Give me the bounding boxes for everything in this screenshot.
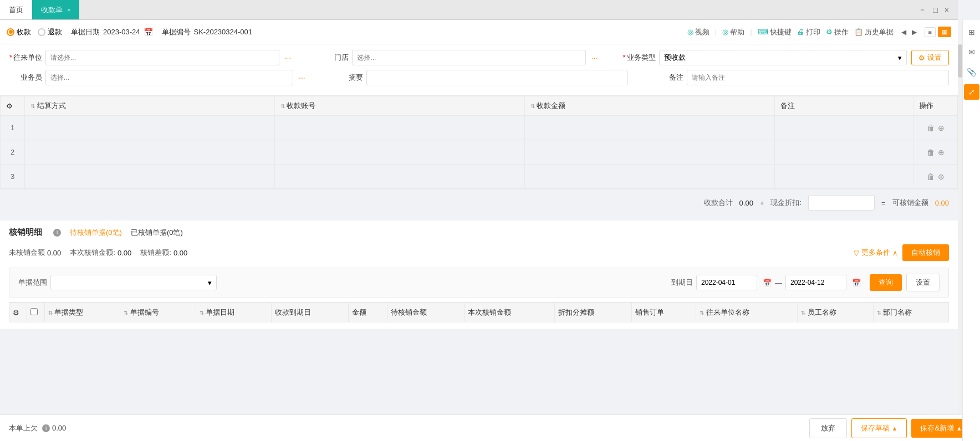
abandon-btn[interactable]: 放弃 — [809, 418, 847, 438]
radio-tuikuan-circle — [38, 28, 45, 36]
sidebar-clip-icon[interactable]: 📎 — [964, 64, 979, 80]
col-action-header: 操作 — [913, 96, 958, 116]
staff-input[interactable] — [45, 70, 293, 85]
table-settings-icon-2[interactable]: ⚙ — [13, 309, 19, 317]
pending-tab[interactable]: 待核销单据(0笔) — [70, 228, 122, 238]
store-more-btn[interactable]: ··· — [589, 53, 600, 62]
tab-home[interactable]: 首页 — [0, 0, 32, 19]
verification-section: 核销明细 i 待核销单据(0笔) 已核销单据(0笔) 未核销金额 0.00 本次… — [0, 221, 958, 329]
account-cell-2[interactable] — [274, 140, 524, 165]
discount-input[interactable] — [808, 195, 875, 211]
view-grid[interactable]: ▦ — [938, 27, 951, 37]
search-settings-btn[interactable]: 设置 — [906, 274, 940, 291]
settle-cell-2[interactable] — [25, 140, 275, 165]
note-cell-2[interactable] — [774, 140, 913, 165]
note-input[interactable] — [687, 70, 949, 85]
radio-shoukuan[interactable]: 收款 — [7, 27, 31, 37]
shortcut-action[interactable]: ⌨ 快捷键 — [758, 27, 792, 37]
done-tab[interactable]: 已核销单据(0笔) — [131, 228, 183, 238]
save-new-btn[interactable]: 保存&新增 ▲ — [911, 419, 958, 438]
table-section: ⚙ ⇅ 结算方式 ⇅ 收款账号 ⇅ 收款金额 备注 — [0, 96, 958, 189]
cal-to-icon[interactable]: 📅 — [852, 279, 861, 287]
bottom-info-icon[interactable]: i — [42, 424, 50, 432]
amount-cell-2[interactable] — [524, 140, 774, 165]
auto-verify-btn[interactable]: 自动核销 — [902, 244, 949, 261]
account-cell-1[interactable] — [274, 116, 524, 140]
table-row: 2 🗑 ⊕ — [1, 140, 958, 165]
more-conditions-btn[interactable]: ▽ 更多条件 ∧ — [854, 248, 898, 258]
minimize-btn[interactable]: － — [918, 5, 926, 15]
delete-icon-1[interactable]: 🗑 — [927, 124, 935, 132]
account-cell-3[interactable] — [274, 165, 524, 189]
col-partner-name: ⇅ 往来单位名称 — [696, 303, 798, 322]
history-icon: 📋 — [854, 28, 863, 36]
sort-icon: ⇅ — [280, 103, 285, 109]
operate-label: 操作 — [834, 27, 849, 37]
maximize-btn[interactable]: □ — [933, 6, 937, 14]
radio-shoukuan-circle — [7, 28, 14, 36]
col-account-header: ⇅ 收款账号 — [274, 96, 524, 116]
col-pending: 待核销金额 — [387, 303, 465, 322]
equals-sign: = — [881, 199, 886, 207]
tab-active[interactable]: 收款单 × — [32, 0, 79, 19]
delete-icon-2[interactable]: 🗑 — [927, 148, 935, 157]
amount-cell-3[interactable] — [524, 165, 774, 189]
note-label: 备注 — [650, 73, 683, 83]
settings-button[interactable]: ⚙ 设置 — [911, 50, 949, 65]
cal-from-icon[interactable]: 📅 — [763, 279, 772, 287]
date-from-input[interactable] — [696, 275, 757, 290]
copy-icon-2[interactable]: ⊕ — [938, 148, 945, 157]
staff-more-btn[interactable]: ··· — [297, 73, 308, 82]
settle-cell-1[interactable] — [25, 116, 275, 140]
table-row: 3 🗑 ⊕ — [1, 165, 958, 189]
check-all[interactable] — [30, 308, 38, 315]
date-to-input[interactable] — [785, 275, 846, 290]
history-action[interactable]: 📋 历史单据 — [854, 27, 894, 37]
bottom-bar: 本单上欠 i 0.00 放弃 保存草稿 ▲ 保存&新增 ▲ — [0, 414, 958, 441]
col-settings-header: ⚙ — [1, 96, 25, 116]
sidebar-table-icon[interactable]: ⊞ — [964, 24, 979, 40]
settle-cell-3[interactable] — [25, 165, 275, 189]
available-label: 可核销金额 — [892, 198, 928, 208]
summary-input[interactable] — [366, 70, 629, 85]
chevron-up-icon: ∧ — [892, 249, 898, 257]
total-label: 收款合计 — [704, 198, 733, 208]
video-action[interactable]: ◎ 视频 — [687, 27, 710, 37]
table-settings-icon[interactable]: ⚙ — [6, 102, 13, 110]
close-btn[interactable]: × — [945, 6, 949, 14]
scroll-thumb[interactable] — [958, 44, 962, 78]
sidebar-expand-icon[interactable]: ⤢ — [964, 84, 979, 100]
due-label: 到期日 — [671, 278, 693, 288]
unverified-stat: 未核销金额 0.00 — [9, 248, 61, 258]
current-stat: 本次核销金额: 0.00 — [70, 248, 131, 258]
radio-tuikuan[interactable]: 退款 — [38, 27, 62, 37]
copy-icon-3[interactable]: ⊕ — [938, 172, 945, 181]
total-value: 0.00 — [739, 199, 753, 207]
query-btn[interactable]: 查询 — [870, 274, 902, 291]
sidebar-mail-icon[interactable]: ✉ — [964, 44, 979, 60]
col-due-date: 收款到期日 — [272, 303, 349, 322]
print-action[interactable]: 🖨 打印 — [797, 27, 820, 37]
tab-close-icon[interactable]: × — [67, 7, 70, 13]
business-type-select[interactable]: 预收款 ▾ — [659, 50, 907, 65]
note-cell-3[interactable] — [774, 165, 913, 189]
view-list[interactable]: ≡ — [925, 27, 936, 37]
scroll-track[interactable] — [958, 44, 962, 414]
save-draft-btn[interactable]: 保存草稿 ▲ — [851, 418, 907, 438]
note-cell-1[interactable] — [774, 116, 913, 140]
radio-tuikuan-label: 退款 — [48, 27, 62, 37]
copy-icon-1[interactable]: ⊕ — [938, 124, 945, 132]
help-action[interactable]: ◎ 帮助 — [722, 27, 744, 37]
operate-action[interactable]: ⚙ 操作 — [826, 27, 849, 37]
store-input[interactable] — [352, 50, 586, 65]
nav-next[interactable]: ▶ — [910, 27, 919, 37]
partner-input[interactable] — [45, 50, 279, 65]
range-select[interactable]: ▾ — [50, 275, 217, 290]
delete-icon-3[interactable]: 🗑 — [927, 172, 935, 181]
help-icon: ◎ — [722, 28, 728, 36]
calendar-icon[interactable]: 📅 — [144, 28, 153, 37]
partner-more-btn[interactable]: ··· — [283, 53, 294, 62]
amount-cell-1[interactable] — [524, 116, 774, 140]
info-icon[interactable]: i — [53, 229, 61, 237]
nav-prev[interactable]: ◀ — [899, 27, 908, 37]
